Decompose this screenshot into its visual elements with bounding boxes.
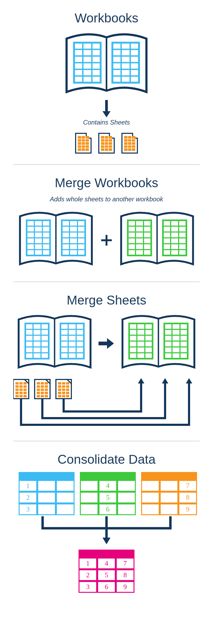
svg-rect-110 bbox=[37, 392, 40, 394]
svg-rect-104 bbox=[37, 385, 40, 388]
section-workbooks: Workbooks Contains Sheets bbox=[0, 0, 213, 164]
sheet-file-icon bbox=[98, 133, 115, 154]
svg-text:4: 4 bbox=[105, 559, 108, 567]
svg-rect-157 bbox=[117, 503, 136, 515]
svg-rect-87 bbox=[23, 382, 27, 385]
svg-rect-86 bbox=[19, 382, 23, 385]
svg-rect-149 bbox=[117, 480, 136, 492]
svg-rect-97 bbox=[15, 395, 19, 397]
svg-text:9: 9 bbox=[186, 505, 190, 513]
section-merge-workbooks: Merge Workbooks Adds whole sheets to ano… bbox=[0, 165, 213, 282]
svg-rect-88 bbox=[15, 385, 19, 388]
svg-rect-140 bbox=[56, 492, 75, 503]
svg-text:1: 1 bbox=[26, 482, 30, 490]
svg-rect-96 bbox=[23, 392, 27, 394]
svg-rect-90 bbox=[23, 385, 27, 388]
svg-rect-159 bbox=[141, 480, 160, 492]
svg-text:1: 1 bbox=[86, 559, 90, 567]
merge-workbooks-title: Merge Workbooks bbox=[13, 175, 200, 190]
svg-rect-150 bbox=[80, 492, 99, 503]
svg-rect-119 bbox=[66, 382, 69, 385]
book-green-icon bbox=[118, 313, 198, 374]
svg-rect-101 bbox=[37, 382, 40, 385]
merge-flow-icon bbox=[13, 377, 200, 430]
svg-rect-123 bbox=[58, 389, 61, 391]
svg-rect-109 bbox=[45, 389, 48, 391]
book-green-icon bbox=[117, 210, 197, 271]
section-merge-sheets: Merge Sheets bbox=[0, 282, 213, 441]
svg-rect-164 bbox=[160, 492, 178, 503]
merge-sheets-title: Merge Sheets bbox=[13, 293, 200, 307]
svg-rect-107 bbox=[37, 389, 40, 391]
svg-text:6: 6 bbox=[105, 583, 108, 591]
source-tables-row: 123456789 bbox=[13, 472, 200, 516]
book-blue-icon bbox=[16, 210, 96, 271]
svg-rect-153 bbox=[117, 492, 136, 503]
svg-rect-98 bbox=[19, 395, 23, 397]
svg-rect-160 bbox=[160, 480, 178, 492]
merge-sheets-row bbox=[13, 313, 200, 374]
svg-rect-105 bbox=[41, 385, 44, 388]
svg-rect-85 bbox=[15, 382, 19, 385]
svg-rect-144 bbox=[56, 503, 75, 515]
svg-rect-99 bbox=[23, 395, 27, 397]
svg-rect-146 bbox=[80, 480, 99, 492]
svg-rect-114 bbox=[41, 395, 44, 397]
workbook-book-icon bbox=[61, 31, 152, 100]
merge-workbooks-row bbox=[13, 210, 200, 271]
svg-text:3: 3 bbox=[26, 505, 30, 513]
svg-text:3: 3 bbox=[86, 583, 90, 591]
svg-rect-67 bbox=[99, 342, 108, 345]
result-table: 147258369 bbox=[79, 550, 134, 594]
contains-sheets-label: Contains Sheets bbox=[13, 119, 200, 126]
svg-rect-168 bbox=[160, 503, 178, 515]
sheet-file-icon bbox=[121, 133, 138, 154]
svg-rect-131 bbox=[66, 395, 69, 397]
svg-rect-117 bbox=[58, 382, 61, 385]
right-arrow-icon bbox=[99, 337, 114, 350]
svg-text:5: 5 bbox=[106, 494, 110, 501]
svg-rect-124 bbox=[62, 389, 65, 391]
svg-text:8: 8 bbox=[186, 494, 190, 501]
svg-text:7: 7 bbox=[124, 559, 127, 567]
source-table: 456 bbox=[80, 472, 136, 516]
svg-rect-127 bbox=[62, 392, 65, 394]
svg-rect-171 bbox=[79, 550, 134, 558]
workbooks-title: Workbooks bbox=[13, 11, 200, 25]
section-consolidate: Consolidate Data 123456789 147258369 bbox=[0, 441, 213, 605]
svg-rect-136 bbox=[56, 480, 75, 492]
svg-rect-118 bbox=[62, 382, 65, 385]
sheet-files-row bbox=[13, 133, 200, 154]
svg-rect-128 bbox=[66, 392, 69, 394]
svg-rect-92 bbox=[19, 389, 23, 391]
svg-text:6: 6 bbox=[106, 505, 110, 513]
svg-rect-139 bbox=[37, 492, 56, 503]
plus-icon bbox=[100, 234, 113, 247]
svg-rect-103 bbox=[45, 382, 48, 385]
svg-rect-102 bbox=[41, 382, 44, 385]
svg-rect-95 bbox=[19, 392, 23, 394]
arrow-down-icon bbox=[101, 100, 112, 119]
svg-rect-143 bbox=[37, 503, 56, 515]
svg-rect-93 bbox=[23, 389, 27, 391]
svg-rect-132 bbox=[19, 472, 75, 480]
svg-rect-130 bbox=[62, 395, 65, 397]
consolidate-title: Consolidate Data bbox=[13, 452, 200, 467]
converge-arrow-icon bbox=[13, 516, 200, 546]
svg-rect-115 bbox=[45, 395, 48, 397]
svg-rect-158 bbox=[141, 472, 197, 480]
book-blue-icon bbox=[15, 313, 95, 374]
svg-rect-106 bbox=[45, 385, 48, 388]
svg-rect-108 bbox=[41, 389, 44, 391]
svg-rect-145 bbox=[80, 472, 136, 480]
svg-text:7: 7 bbox=[186, 482, 190, 490]
source-table: 789 bbox=[141, 472, 197, 516]
source-table: 123 bbox=[19, 472, 75, 516]
svg-text:9: 9 bbox=[124, 583, 127, 591]
svg-rect-112 bbox=[45, 392, 48, 394]
svg-rect-94 bbox=[15, 392, 19, 394]
svg-rect-120 bbox=[58, 385, 61, 388]
svg-text:8: 8 bbox=[124, 571, 127, 579]
svg-rect-113 bbox=[37, 395, 40, 397]
svg-text:5: 5 bbox=[105, 571, 108, 579]
